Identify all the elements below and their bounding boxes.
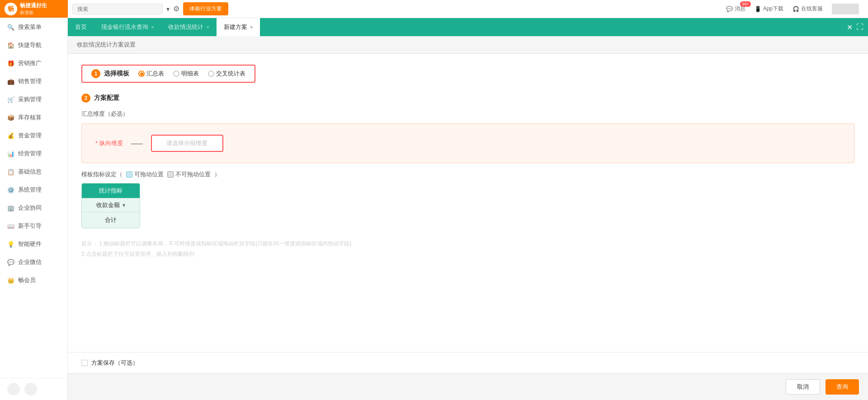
bottom-avatar[interactable] [7, 383, 20, 395]
step2-num: 2 [81, 94, 90, 103]
search-dropdown-icon[interactable]: ▾ [166, 5, 170, 13]
step2-section: 2 方案配置 汇总维度（必选） * 纵向维度 —— 请选择分组维度 [81, 94, 854, 259]
template-radio-group: 汇总表 明细表 交叉统计表 [138, 70, 245, 78]
tab-new-plan-close[interactable]: × [250, 24, 253, 30]
stats-total-row: 合计 [82, 212, 140, 228]
page-breadcrumb: 收款情况统计方案设置 [68, 36, 868, 54]
sidebar-item-system[interactable]: ⚙️ 系统管理 [0, 181, 67, 199]
form-area: 1 选择模板 汇总表 [68, 54, 868, 352]
search-input[interactable] [72, 4, 163, 14]
message-badge: 99+ [740, 1, 750, 7]
tab-new-plan[interactable]: 新建方案 × [217, 18, 260, 36]
tab-close-all-icon[interactable]: ✕ [847, 23, 853, 32]
sidebar-bottom [0, 378, 67, 400]
member-icon: 👑 [7, 277, 14, 284]
user-avatar [832, 4, 859, 14]
service-icon: 🎧 [793, 6, 799, 12]
hint-line-1: 提示： 1.拖动标题栏可以调整布局，不可跨维度或指标区域拖动栏目字段(只能在同一… [81, 239, 854, 249]
sidebar-item-wechat[interactable]: 💬 企业微信 [0, 253, 67, 271]
tab-payment-stats-close[interactable]: × [206, 24, 209, 30]
dimension-box: * 纵向维度 —— 请选择分组维度 [81, 123, 854, 163]
settings-gear-icon[interactable]: ⚙ [173, 5, 179, 13]
sidebar-item-marketing[interactable]: 🎁 营销推广 [0, 54, 67, 72]
dimension-title: 汇总维度（必选） [81, 110, 854, 118]
marketing-icon: 🎁 [7, 60, 14, 67]
step1-title: 选择模板 [104, 70, 129, 78]
logo-area: 畅 畅捷通好生 标准版 [0, 0, 68, 18]
tab-home[interactable]: 首页 [68, 18, 94, 36]
sidebar-item-guide[interactable]: 📖 新手引导 [0, 217, 67, 235]
stats-table: 统计指标 收款金额 ▾ 合计 [81, 183, 140, 228]
stats-data-row: 收款金额 ▾ [82, 198, 140, 212]
bottom-icon2[interactable] [24, 383, 37, 395]
bottom-action-bar: 取消 查询 [68, 373, 868, 400]
tab-bank-flow[interactable]: 现金银行流水查询 × [94, 18, 161, 36]
home-icon: 🏠 [7, 42, 14, 49]
step2-header: 2 方案配置 [81, 94, 854, 103]
step1-box: 1 选择模板 汇总表 [81, 65, 255, 83]
dim-select-button[interactable]: 请选择分组维度 [151, 135, 223, 152]
hint-line-2: 2.点击标题栏下拉可设置排序、插入列和删除列 [81, 249, 854, 259]
step2-title: 方案配置 [94, 94, 119, 102]
system-icon: ⚙️ [7, 187, 14, 193]
management-icon: 📊 [7, 151, 14, 157]
sidebar-item-basic[interactable]: 📋 基础信息 [0, 163, 67, 181]
sidebar-item-corp[interactable]: 🏢 企业协同 [0, 199, 67, 217]
dim-row-label: * 纵向维度 [95, 139, 123, 147]
save-section: 方案保存（可选） [68, 352, 868, 373]
dim-arrow: —— [131, 140, 143, 147]
sidebar-item-member[interactable]: 👑 畅会员 [0, 271, 67, 289]
basic-icon: 📋 [7, 169, 14, 175]
sidebar-item-search[interactable]: 🔍 搜索菜单 [0, 18, 67, 36]
sidebar: 🔍 搜索菜单 🏠 快捷导航 🎁 营销推广 💼 销售管理 🛒 采购管理 📦 库存核… [0, 18, 68, 400]
radio-detail[interactable]: 明细表 [173, 70, 199, 78]
sidebar-item-hardware[interactable]: 💡 智能硬件 [0, 235, 67, 253]
inventory-icon: 📦 [7, 114, 14, 121]
tab-payment-stats[interactable]: 收款情况统计 × [161, 18, 216, 36]
radio-cross[interactable]: 交叉统计表 [208, 70, 245, 78]
tab-expand-icon[interactable]: ⛶ [856, 23, 863, 31]
stats-dropdown-icon[interactable]: ▾ [123, 202, 125, 208]
page-scroll-area: 收款情况统计方案设置 1 选择模板 [68, 36, 868, 400]
hardware-icon: 💡 [7, 241, 14, 248]
guide-icon: 📖 [7, 223, 14, 230]
step1-num: 1 [91, 69, 100, 78]
finance-icon: 💰 [7, 132, 14, 139]
wechat-icon: 💬 [7, 259, 14, 266]
query-button[interactable]: 查询 [826, 379, 859, 395]
message-button[interactable]: 💬 消息 99+ [726, 5, 745, 13]
logo-text: 畅捷通好生 标准版 [20, 2, 47, 16]
sidebar-item-inventory[interactable]: 📦 库存核算 [0, 108, 67, 127]
radio-detail-circle [173, 71, 179, 77]
corp-icon: 🏢 [7, 205, 14, 212]
app-download-button[interactable]: 📱 App下载 [755, 5, 783, 13]
step1-section: 1 选择模板 汇总表 [81, 65, 854, 83]
message-icon: 💬 [726, 6, 733, 12]
trial-button[interactable]: 体验行业方案 [183, 2, 228, 15]
tab-bar: 首页 现金银行流水查询 × 收款情况统计 × 新建方案 × ✕ ⛶ [68, 18, 868, 36]
purchase-icon: 🛒 [7, 96, 14, 103]
radio-summary-circle [138, 71, 145, 77]
hints-area: 提示： 1.拖动标题栏可以调整布局，不可跨维度或指标区域拖动栏目字段(只能在同一… [81, 239, 854, 259]
sidebar-item-sales[interactable]: 💼 销售管理 [0, 72, 67, 90]
tab-bank-flow-close[interactable]: × [151, 24, 154, 30]
indicator-header: 模板指标设定（ 可拖动位置 不可拖动位置 ） [81, 170, 854, 179]
sidebar-item-finance[interactable]: 💰 资金管理 [0, 127, 67, 145]
save-checkbox-label[interactable]: 方案保存（可选） [91, 359, 138, 367]
sidebar-item-management[interactable]: 📊 经营管理 [0, 145, 67, 163]
legend-nondraggable: 不可拖动位置 [167, 170, 211, 179]
download-icon: 📱 [755, 6, 761, 12]
radio-summary[interactable]: 汇总表 [138, 70, 164, 78]
radio-cross-circle [208, 71, 214, 77]
cancel-button[interactable]: 取消 [786, 379, 820, 395]
save-checkbox[interactable] [81, 360, 88, 366]
step1-header: 1 选择模板 汇总表 [81, 65, 854, 83]
sidebar-item-nav[interactable]: 🏠 快捷导航 [0, 36, 67, 54]
sidebar-item-purchase[interactable]: 🛒 采购管理 [0, 90, 67, 108]
search-menu-icon: 🔍 [7, 24, 14, 31]
stats-header-row: 统计指标 [82, 184, 140, 198]
dimension-area: 汇总维度（必选） * 纵向维度 —— 请选择分组维度 [81, 110, 854, 163]
online-service-button[interactable]: 🎧 在线客服 [793, 5, 823, 13]
indicator-area: 模板指标设定（ 可拖动位置 不可拖动位置 ） [81, 170, 854, 230]
logo-icon: 畅 [5, 3, 17, 15]
